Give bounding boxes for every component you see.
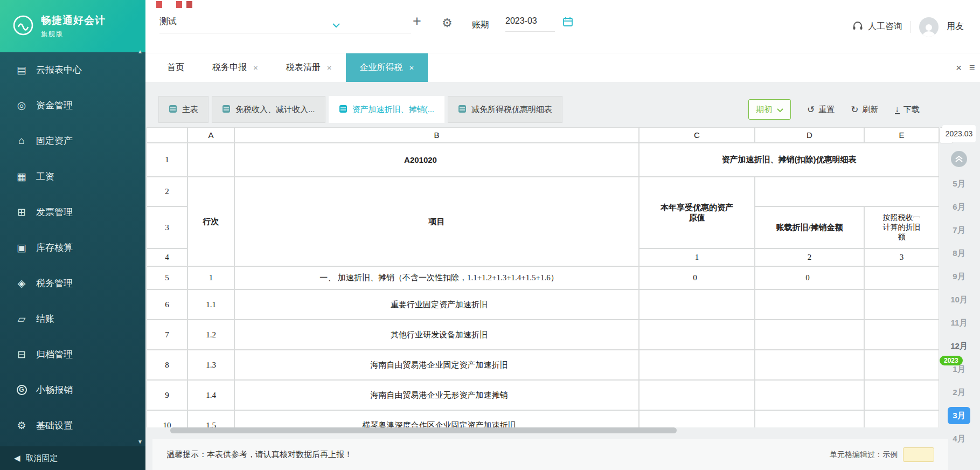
month-item[interactable]: 5月: [947, 172, 971, 196]
item-cell[interactable]: 一、 加速折旧、摊销（不含一次性扣除，1.1+1.2+1.3+1.4+1.5+1…: [234, 266, 639, 289]
month-item[interactable]: 2月: [947, 381, 971, 404]
column-header-c[interactable]: C: [639, 127, 755, 143]
row-number[interactable]: 9: [147, 380, 187, 410]
value-cell[interactable]: [864, 380, 939, 410]
close-icon[interactable]: ×: [253, 63, 258, 72]
sidebar-item-closing[interactable]: ▱ 结账: [0, 301, 145, 336]
period-filter-dropdown[interactable]: 期初: [748, 99, 791, 120]
month-item[interactable]: 9月: [947, 265, 971, 288]
column-header-e[interactable]: E: [864, 127, 939, 143]
column-header-d[interactable]: D: [755, 127, 864, 143]
sheet-title-cell[interactable]: 资产加速折旧、摊销(扣除)优惠明细表: [639, 143, 939, 177]
gear-icon[interactable]: ⚙: [442, 16, 453, 30]
sidebar-item-funds[interactable]: ◎ 资金管理: [0, 87, 145, 123]
value-cell[interactable]: [639, 410, 755, 427]
sidebar-item-settings[interactable]: ⚙ 基础设置: [0, 407, 145, 443]
unpin-sidebar-button[interactable]: ◀ 取消固定: [0, 446, 145, 470]
month-item[interactable]: 11月: [947, 312, 971, 335]
month-item[interactable]: 4月: [947, 427, 971, 451]
sidebar-item-invoices[interactable]: ⊞ 发票管理: [0, 194, 145, 230]
value-cell[interactable]: [864, 410, 939, 427]
column-header-b[interactable]: B: [234, 127, 639, 143]
horizontal-scrollbar[interactable]: [170, 427, 677, 433]
line-no-cell[interactable]: 1: [187, 266, 234, 289]
subtab-accelerated-depreciation[interactable]: 资产加速折旧、摊销(...: [329, 96, 445, 123]
item-cell[interactable]: 海南自由贸易港企业固定资产加速折旧: [234, 350, 639, 380]
sheet-corner-cell[interactable]: [147, 127, 187, 143]
empty-cell[interactable]: [187, 143, 234, 177]
sidebar-item-fixed-assets[interactable]: ⌂ 固定资产: [0, 123, 145, 158]
value-cell[interactable]: 0: [755, 266, 864, 289]
sidebar-scroll-down-icon[interactable]: ▼: [137, 439, 143, 445]
username[interactable]: 用友: [947, 21, 964, 32]
row-number[interactable]: 5: [147, 266, 187, 289]
line-no-cell[interactable]: 1.5: [187, 410, 234, 427]
close-icon[interactable]: ×: [327, 63, 332, 72]
subtab-tax-free-income[interactable]: 免税收入、减计收入...: [212, 96, 325, 123]
tab-tax-register[interactable]: 税表清册 ×: [272, 53, 346, 82]
value-cell[interactable]: [864, 320, 939, 350]
row-number[interactable]: 2: [147, 177, 187, 206]
value-cell[interactable]: [639, 320, 755, 350]
row-number[interactable]: 3: [147, 206, 187, 248]
row-number[interactable]: 4: [147, 248, 187, 266]
value-cell[interactable]: 0: [639, 266, 755, 289]
tab-corporate-income-tax[interactable]: 企业所得税 ×: [346, 53, 428, 82]
value-cell[interactable]: [864, 350, 939, 380]
value-cell[interactable]: [755, 289, 864, 320]
rail-period-value[interactable]: 2023.03: [942, 125, 976, 142]
subtab-main-table[interactable]: 主表: [158, 96, 208, 123]
row-number[interactable]: 7: [147, 320, 187, 350]
column-header-a[interactable]: A: [187, 127, 234, 143]
tab-list-icon[interactable]: ≡: [969, 62, 977, 73]
item-cell[interactable]: 重要行业固定资产加速折旧: [234, 289, 639, 320]
line-no-cell[interactable]: 1.4: [187, 380, 234, 410]
value-cell[interactable]: [639, 289, 755, 320]
period-value[interactable]: 2023-03: [505, 16, 555, 32]
month-item[interactable]: 6月: [947, 196, 971, 219]
month-item-active[interactable]: 3月: [948, 407, 970, 424]
sidebar-item-reimburse[interactable]: G 小畅报销: [0, 372, 145, 407]
value-cell[interactable]: [755, 380, 864, 410]
sidebar-item-salary[interactable]: ▦ 工资: [0, 158, 145, 194]
reset-button[interactable]: ↺ 重置: [807, 104, 835, 115]
form-code-cell[interactable]: A201020: [234, 143, 639, 177]
value-cell[interactable]: [639, 380, 755, 410]
subtab-tax-reduction-detail[interactable]: 减免所得税优惠明细表: [448, 96, 562, 123]
add-account-button[interactable]: +: [413, 13, 421, 30]
line-no-cell[interactable]: 1.2: [187, 320, 234, 350]
value-cell[interactable]: [864, 266, 939, 289]
month-item[interactable]: 12月: [947, 335, 971, 358]
row-number[interactable]: 1: [147, 143, 187, 177]
calendar-icon[interactable]: [562, 16, 573, 29]
sidebar-item-tax[interactable]: ◈ 税务管理: [0, 265, 145, 301]
month-item[interactable]: 10月: [947, 288, 971, 312]
value-cell[interactable]: [755, 350, 864, 380]
company-select[interactable]: 测试: [159, 16, 411, 33]
item-cell[interactable]: 海南自由贸易港企业无形资产加速摊销: [234, 380, 639, 410]
consult-button[interactable]: 人工咨询: [852, 20, 902, 34]
row-number[interactable]: 8: [147, 350, 187, 380]
sidebar-item-inventory[interactable]: ▣ 库存核算: [0, 230, 145, 265]
month-item[interactable]: 7月: [947, 219, 971, 242]
item-cell[interactable]: 其他行业研发设备加速折旧: [234, 320, 639, 350]
line-no-cell[interactable]: 1.3: [187, 350, 234, 380]
collapse-up-icon[interactable]: [951, 151, 967, 167]
close-all-tabs-button[interactable]: ×: [956, 62, 962, 74]
value-cell[interactable]: [864, 289, 939, 320]
line-no-cell[interactable]: 1.1: [187, 289, 234, 320]
close-icon[interactable]: ×: [409, 63, 414, 72]
value-cell[interactable]: [639, 350, 755, 380]
tab-tax-declare[interactable]: 税务申报 ×: [198, 53, 272, 82]
month-item[interactable]: 8月: [947, 242, 971, 265]
download-button[interactable]: ↓ 下载: [895, 105, 920, 115]
row-number[interactable]: 10: [147, 410, 187, 427]
value-cell[interactable]: [755, 410, 864, 427]
tab-home[interactable]: 首页: [153, 53, 198, 82]
refresh-button[interactable]: ↻ 刷新: [851, 104, 878, 115]
row-number[interactable]: 6: [147, 289, 187, 320]
avatar[interactable]: [919, 17, 939, 37]
value-cell[interactable]: [755, 320, 864, 350]
sidebar-item-archive[interactable]: ⊟ 归档管理: [0, 336, 145, 372]
item-cell[interactable]: 横琴粤澳深度合作区企业固定资产加速折旧: [234, 410, 639, 427]
